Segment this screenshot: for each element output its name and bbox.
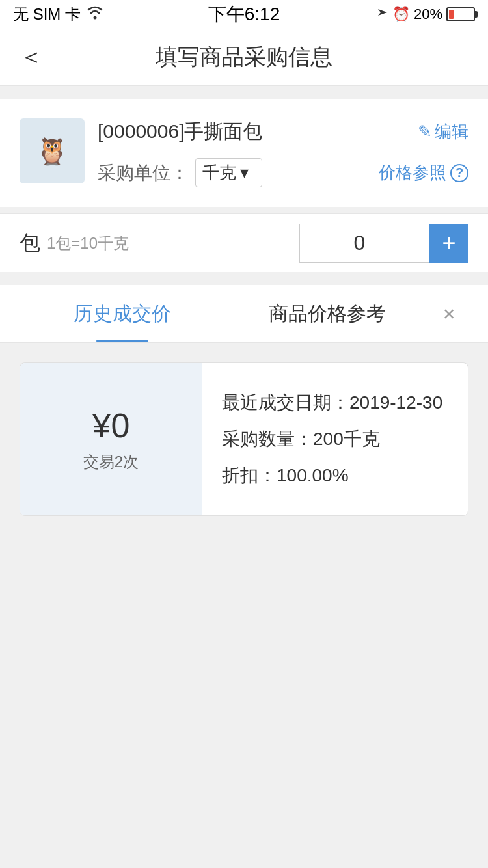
recent-date-value: 2019-12-30: [349, 392, 442, 413]
currency-symbol: ¥: [92, 407, 111, 444]
detail-panel: 最近成交日期：2019-12-30 采购数量：200千克 折扣：100.00%: [202, 363, 468, 515]
price-value: 0: [111, 407, 130, 444]
back-button[interactable]: ＜: [20, 41, 59, 73]
status-bar: 无 SIM 卡 下午6:12 ⏰ 20%: [0, 0, 488, 29]
tab-history-label: 历史成交价: [74, 301, 171, 327]
tab-history-price[interactable]: 历史成交价: [20, 285, 224, 342]
location-icon: [377, 5, 388, 23]
status-right: ⏰ 20%: [377, 5, 475, 23]
price-ref-label: 价格参照: [379, 161, 446, 184]
alarm-icon: ⏰: [392, 6, 410, 23]
product-card: 🦉 [0000006]手撕面包 ✎ 编辑 采购单位： 千克 ▾ 价格参照 ?: [0, 99, 488, 207]
product-logo-icon: 🦉: [36, 136, 68, 167]
unit-value: 千克: [202, 161, 236, 184]
carrier-text: 无 SIM 卡: [13, 4, 81, 25]
quantity-detail-value: 200千克: [313, 429, 380, 449]
tab-bar: 历史成交价 商品价格参考 ×: [0, 285, 488, 343]
quantity-sub-label: 1包=10千克: [47, 233, 129, 254]
help-icon: ?: [450, 164, 468, 182]
product-header: [0000006]手撕面包 ✎ 编辑: [98, 118, 468, 145]
tab-close-button[interactable]: ×: [429, 294, 468, 333]
tab-product-label: 商品价格参考: [269, 301, 386, 327]
price-panel: ¥0 交易2次: [20, 363, 202, 515]
recent-date-row: 最近成交日期：2019-12-30: [222, 389, 448, 416]
quantity-plus-button[interactable]: +: [429, 224, 468, 263]
chevron-down-icon: ▾: [240, 163, 249, 183]
quantity-detail-label: 采购数量：: [222, 429, 313, 449]
product-meta: 采购单位： 千克 ▾ 价格参照 ?: [98, 158, 468, 187]
quantity-row-detail: 采购数量：200千克: [222, 426, 448, 453]
divider-1: [0, 207, 488, 212]
price-trades: 交易2次: [83, 452, 139, 472]
nav-bar: ＜ 填写商品采购信息: [0, 29, 488, 86]
discount-value: 100.00%: [277, 465, 349, 485]
close-icon: ×: [443, 302, 455, 326]
quantity-unit-label: 包: [20, 229, 40, 258]
edit-button[interactable]: ✎ 编辑: [418, 120, 468, 143]
battery-fill: [449, 10, 454, 19]
recent-date-label: 最近成交日期：: [222, 392, 349, 413]
unit-select[interactable]: 千克 ▾: [195, 158, 262, 187]
quantity-row: 包 1包=10千克 +: [0, 213, 488, 272]
product-name: [0000006]手撕面包: [98, 118, 262, 145]
svg-point-0: [94, 16, 97, 20]
page-title: 填写商品采购信息: [156, 42, 332, 72]
unit-prefix-label: 采购单位：: [98, 161, 189, 185]
price-ref-button[interactable]: 价格参照 ?: [379, 161, 468, 184]
price-amount: ¥0: [92, 406, 130, 445]
history-section: ¥0 交易2次 最近成交日期：2019-12-30 采购数量：200千克 折扣：…: [0, 343, 488, 536]
battery-percent: 20%: [414, 6, 442, 23]
product-thumbnail: 🦉: [20, 118, 85, 183]
edit-icon: ✎: [418, 122, 432, 142]
status-time: 下午6:12: [208, 2, 280, 27]
wifi-icon: [86, 5, 104, 23]
edit-label: 编辑: [435, 120, 468, 143]
discount-row: 折扣：100.00%: [222, 462, 448, 489]
quantity-right: +: [299, 224, 468, 263]
tab-underline: [96, 340, 148, 342]
status-carrier: 无 SIM 卡: [13, 4, 104, 25]
quantity-left: 包 1包=10千克: [20, 229, 129, 258]
product-info: [0000006]手撕面包 ✎ 编辑 采购单位： 千克 ▾ 价格参照 ?: [98, 118, 468, 187]
discount-label: 折扣：: [222, 465, 277, 485]
svg-marker-1: [378, 9, 387, 16]
history-card: ¥0 交易2次 最近成交日期：2019-12-30 采购数量：200千克 折扣：…: [20, 362, 468, 516]
unit-row: 采购单位： 千克 ▾: [98, 158, 262, 187]
tab-product-price-ref[interactable]: 商品价格参考: [224, 285, 429, 342]
battery-icon: [446, 7, 475, 21]
quantity-input[interactable]: [299, 224, 429, 263]
